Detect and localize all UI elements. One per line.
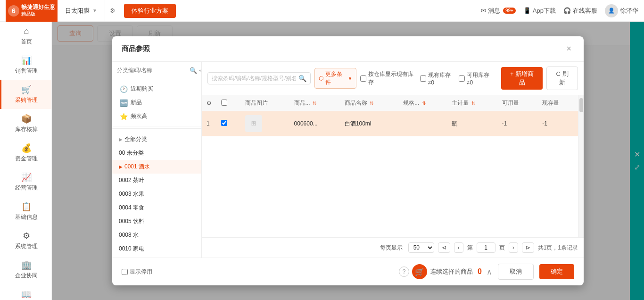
cat-frequency-label: 频次高 [131, 112, 148, 120]
online-service-button[interactable]: 🎧 在线客服 [563, 7, 597, 15]
trial-button[interactable]: 体验行业方案 [124, 4, 176, 18]
cat-high-frequency[interactable]: ⭐ 频次高 [112, 109, 201, 123]
online-service-label: 在线客服 [573, 7, 597, 15]
help-button[interactable]: ? [399, 267, 409, 277]
th-unit[interactable]: 主计量 ⇅ [447, 95, 497, 111]
next-page-button[interactable]: › [509, 242, 518, 253]
first-page-button[interactable]: ⊲ [438, 242, 450, 253]
usable-nonzero-filter[interactable]: 可用库存≠0 [459, 71, 494, 86]
confirm-button[interactable]: 确定 [539, 264, 574, 279]
store-selector[interactable]: 日太阳膜 ▼ [58, 0, 105, 21]
cat-water-label: 0008 水 [119, 231, 139, 239]
cat-all[interactable]: ▶ 全部分类 [112, 133, 201, 146]
sidebar-item-guide[interactable]: 📖 新手引导 [0, 284, 51, 300]
user-profile-button[interactable]: 👤 徐泽华 [605, 4, 638, 17]
cat-appliance[interactable]: 0010 家电 [112, 242, 201, 256]
system-icon: ⚙ [23, 231, 30, 241]
category-search-input[interactable] [117, 67, 188, 74]
sort-arrows-spec: ⇅ [422, 100, 426, 106]
refresh-button[interactable]: C 刷新 [546, 67, 578, 90]
modal-footer: 显示停用 ? 🛒 连续选择的商品 0 ∧ 取消 [112, 258, 584, 285]
prev-page-button[interactable]: ‹ [454, 242, 463, 253]
cat-snack[interactable]: 0004 零食 [112, 201, 201, 215]
select-all-checkbox[interactable] [221, 100, 227, 106]
th-spec[interactable]: 规格... ⇅ [398, 95, 447, 111]
modal-close-button[interactable]: × [563, 43, 574, 55]
th-code-label: 商品... [294, 100, 310, 106]
disabled-checkbox-input[interactable] [122, 269, 128, 275]
cart-text-label: 连续选择的商品 [430, 267, 473, 276]
category-search-bar: 🔍 ≪ [112, 62, 201, 79]
warehouse-filter[interactable]: 按仓库显示现有库存 [360, 70, 416, 86]
sidebar-item-label: 资金管理 [15, 155, 38, 163]
per-page-select[interactable]: 50 10 20 100 [408, 242, 434, 253]
category-search-icon[interactable]: 🔍 [190, 67, 197, 74]
th-stock: 现存量 [537, 95, 578, 111]
cat-new-label: 新品 [131, 99, 142, 107]
arrow-icon: ▶ [119, 137, 123, 142]
sidebar-item-label: 经营管理 [15, 184, 38, 192]
cat-water[interactable]: 0008 水 [112, 228, 201, 242]
arrow-active-icon: ▶ [119, 164, 123, 169]
avatar: 👤 [605, 4, 618, 17]
product-search-box: 🔍 [207, 72, 311, 84]
filter-button[interactable]: ⬡ 更多条件 ∧ [314, 68, 356, 89]
cart-collapse-button[interactable]: ∧ [487, 267, 492, 276]
warehouse-checkbox[interactable] [360, 75, 366, 82]
cat-recent-purchase[interactable]: 🕐 近期购买 [112, 82, 201, 96]
usable-nonzero-checkbox[interactable] [459, 75, 465, 82]
sidebar-item-purchase[interactable]: 🛒 采购管理 [0, 80, 51, 109]
sidebar-item-enterprise[interactable]: 🏢 企业协同 [0, 255, 51, 284]
cart-button[interactable]: 🛒 [412, 264, 427, 279]
filter-label: 更多条件 [325, 70, 346, 86]
gear-button[interactable]: ⚙ [105, 7, 120, 14]
table-row[interactable]: 1 图 000600... 白酒100ml 瓶 -1 -1 [202, 111, 578, 136]
product-reference-modal: 商品参照 × 🔍 ≪ 🕐 [112, 36, 584, 285]
show-disabled-checkbox[interactable]: 显示停用 [122, 268, 152, 276]
last-page-button[interactable]: ⊳ [522, 242, 534, 253]
sidebar-item-basic-info[interactable]: 📋 基础信息 [0, 197, 51, 226]
th-name[interactable]: 商品名称 ⇅ [340, 95, 399, 111]
sidebar-item-sales[interactable]: 📊 销售管理 [0, 50, 51, 80]
sidebar-item-home[interactable]: ⌂ 首页 [0, 22, 51, 50]
cat-fruit-label: 0003 水果 [119, 190, 144, 198]
sidebar-item-label: 采购管理 [15, 96, 38, 104]
message-badge: 99+ [503, 8, 516, 14]
stock-nonzero-label: 现有库存≠0 [428, 71, 455, 86]
app-download-button[interactable]: 📱 App下载 [523, 7, 556, 15]
cat-new-products[interactable]: 🆕 新品 [112, 96, 201, 109]
per-page-label: 每页显示 [380, 244, 403, 252]
cat-liquor-label: 0001 酒水 [124, 163, 150, 171]
sidebar-item-finance[interactable]: 💰 资金管理 [0, 138, 51, 167]
cancel-button[interactable]: 取消 [498, 264, 534, 280]
th-code[interactable]: 商品... ⇅ [289, 95, 340, 111]
page-label-ye: 页 [499, 244, 505, 252]
row-checkbox[interactable] [221, 120, 227, 126]
show-disabled-label: 显示停用 [130, 268, 152, 276]
message-label: 消息 [488, 7, 500, 15]
product-search-icon[interactable]: 🔍 [298, 75, 306, 82]
product-search-input[interactable] [212, 75, 297, 82]
stock-nonzero-checkbox[interactable] [420, 75, 426, 82]
cell-checkbox[interactable] [216, 111, 240, 136]
table-gear-icon[interactable]: ⚙ [206, 100, 212, 107]
cat-liquor[interactable]: ▶ 0001 酒水 [112, 160, 201, 174]
stock-nonzero-filter[interactable]: 现有库存≠0 [420, 71, 455, 86]
cat-uncategorized-label: 00 未分类 [119, 149, 144, 157]
sidebar-item-system[interactable]: ⚙ 系统管理 [0, 226, 51, 255]
sidebar-item-operations[interactable]: 📈 经营管理 [0, 167, 51, 197]
cat-fruit[interactable]: 0003 水果 [112, 187, 201, 201]
cat-beverage[interactable]: 0005 饮料 [112, 215, 201, 228]
cat-uncategorized[interactable]: 00 未分类 [112, 146, 201, 160]
product-table-body: 1 图 000600... 白酒100ml 瓶 -1 -1 [202, 111, 578, 136]
page-number-input[interactable] [477, 242, 495, 253]
th-image: 商品图片 [240, 95, 289, 111]
filter-icon: ⬡ [319, 75, 323, 82]
scrollbar[interactable] [578, 95, 584, 237]
sidebar-item-inventory[interactable]: 📦 库存核算 [0, 109, 51, 138]
modal-header: 商品参照 × [112, 36, 584, 62]
sidebar-item-label: 销售管理 [15, 67, 38, 75]
add-product-button[interactable]: + 新增商品 [501, 67, 543, 90]
cat-tea[interactable]: 0002 茶叶 [112, 174, 201, 187]
message-button[interactable]: ✉ 消息 99+ [481, 7, 516, 15]
